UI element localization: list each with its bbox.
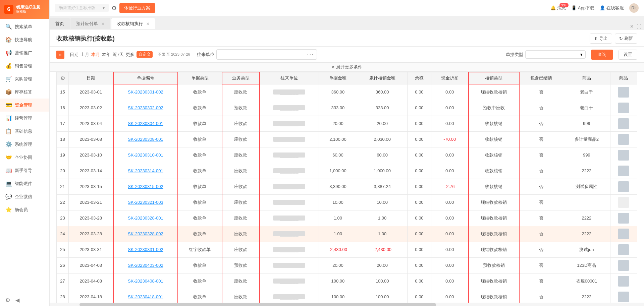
td-cancel-type: 现结收款核销 [469,210,519,226]
topbar-settings-icon[interactable]: ⚙ [111,4,117,12]
scrollbar-area[interactable] [50,303,644,306]
service-btn[interactable]: 👤 在线客服 [600,5,624,11]
doc-no-link[interactable]: SK-20230331-002 [128,247,163,252]
sidebar-item-hardware[interactable]: 💻 智能硬件 [0,177,49,190]
td-doc-no[interactable]: SK-20230321-003 [113,194,178,210]
gear-icon[interactable]: ⚙ [60,75,65,81]
doc-no-link[interactable]: SK-20230304-001 [128,121,163,126]
doc-no-link[interactable]: SK-20230310-001 [128,152,163,158]
this-year-link[interactable]: 本年 [102,52,111,58]
custom-btn[interactable]: 自定义 [137,51,153,58]
td-include-settled: 否 [519,179,563,194]
sidebar-item-inventory[interactable]: 📦 库存核算 [0,85,49,99]
tab-yingfu[interactable]: 预计应付单 ✕ [70,18,110,29]
sidebar-item-search[interactable]: 🔍 搜索菜单 [0,20,49,33]
last-month-link[interactable]: 上月 [80,52,89,58]
sidebar-item-enterprise[interactable]: 🤝 企业协同 [0,151,49,164]
this-month-link[interactable]: 本月 [91,52,100,58]
sidebar-item-wechat[interactable]: 💬 企业微信 [0,190,49,203]
tab-fullscreen-icon[interactable]: ⛶ [637,24,641,29]
notice-btn[interactable]: 🔔 消息 99+ [550,5,566,11]
tab-shoukuan[interactable]: 收款核销执行 ✕ [111,18,155,29]
td-doc-no[interactable]: SK-20230403-002 [113,257,178,273]
operation-icon: 📊 [5,115,12,121]
td-amount: 1,000.00 [319,163,357,179]
sidebar-item-member[interactable]: ⭐ 畅会员 [0,203,49,216]
partner-input-wrap[interactable]: ··· [216,49,317,60]
sidebar-item-sales[interactable]: 💰 销售管理 [0,59,49,72]
doctype-select[interactable]: ▾ [525,50,586,59]
footer-settings-icon[interactable]: ⚙ [5,297,10,303]
tab-bar: 首页 预计应付单 ✕ 收款核销执行 ✕ ✕ ⛶ [50,16,644,29]
doc-no-link[interactable]: SK-20230418-001 [128,294,163,299]
td-doc-no[interactable]: SK-20230328-002 [113,226,178,242]
doc-no-link[interactable]: SK-20230302-002 [128,105,163,110]
user-avatar[interactable]: Rit [629,3,639,13]
expand-more-conditions[interactable]: ∨ 展开更多条件 [50,63,644,72]
td-biz-type: 应收款 [222,163,260,179]
partner-input[interactable] [219,52,307,57]
home-icon: 🏠 [5,37,12,43]
sidebar-item-quick[interactable]: 🏠 快捷导航 [0,33,49,46]
sidebar-item-marketing[interactable]: 📢 营销推广 [0,46,49,59]
td-discount: 0.00 [431,257,468,273]
solution-btn[interactable]: 体验行业方案 [119,3,155,13]
refresh-btn[interactable]: ↻ 刷新 [615,34,637,44]
doc-no-link[interactable]: SK-20230321-003 [128,200,163,205]
td-discount: 0.00 [431,163,468,179]
tab-close-all-icon[interactable]: ✕ [630,24,634,29]
td-doc-no[interactable]: SK-20230331-002 [113,242,178,257]
query-btn[interactable]: 查询 [591,50,613,60]
td-partner: ██████ [260,273,319,289]
doc-no-link[interactable]: SK-20230328-001 [128,216,163,221]
td-doc-no[interactable]: SK-20230301-002 [113,84,178,100]
sidebar-item-operation[interactable]: 📊 经营管理 [0,112,49,125]
table-row: 212023-03-15SK-20230315-002收款单应收款██████3… [57,179,637,194]
brand-selector[interactable]: 畅康道好生意标推版 ▾ [55,4,109,12]
app-download-btn[interactable]: 📱 App下载 [571,5,594,11]
td-doc-no[interactable]: SK-20230304-001 [113,116,178,131]
tab-home[interactable]: 首页 [50,18,70,29]
td-doc-no[interactable]: SK-20230308-001 [113,131,178,147]
partner-dots-icon[interactable]: ··· [307,51,314,58]
tab-yingfu-close-icon[interactable]: ✕ [101,21,105,26]
export-btn[interactable]: ⬆ 导出 [590,34,612,44]
td-cancel-type: 现结收款核销 [469,273,519,289]
more-link[interactable]: 更多 [126,52,135,58]
td-product: 多计量商品2 [563,131,610,147]
doc-no-link[interactable]: SK-20230308-001 [128,137,163,142]
td-product-img [610,179,637,194]
doc-no-link[interactable]: SK-20230301-002 [128,89,163,95]
td-doc-no[interactable]: SK-20230418-001 [113,289,178,303]
td-doc-no[interactable]: SK-20230328-001 [113,210,178,226]
doc-no-link[interactable]: SK-20230314-001 [128,168,163,173]
filter-settings-btn[interactable]: 设置 [619,50,637,60]
td-doc-no[interactable]: SK-20230315-002 [113,179,178,194]
doc-no-link[interactable]: SK-20230403-002 [128,263,163,268]
th-gear[interactable]: ⚙ [57,72,69,84]
td-doc-no[interactable]: SK-20230310-001 [113,147,178,163]
td-partner: ██████ [260,242,319,257]
td-doc-type: 红字收款单 [178,242,222,257]
footer-collapse-icon[interactable]: ◀ [15,297,19,303]
td-doc-no[interactable]: SK-20230314-001 [113,163,178,179]
last7-link[interactable]: 近7天 [113,52,124,58]
doc-no-link[interactable]: SK-20230315-002 [128,184,163,189]
sidebar-item-system[interactable]: ⚙️ 系统管理 [0,138,49,151]
dropdown-arrow-icon: ▾ [103,6,105,10]
brand-sub: 标推版 [16,9,40,14]
sidebar-item-guide[interactable]: 📖 新手引导 [0,164,49,177]
doc-no-link[interactable]: SK-20230328-002 [128,231,163,236]
page-header: 收款核销执行(按收款) ⬆ 导出 ↻ 刷新 [50,29,644,46]
td-doc-no[interactable]: SK-20230408-001 [113,273,178,289]
td-discount: 0.00 [431,84,468,100]
table-row: 282023-04-18SK-20230418-001收款单应收款██████1… [57,289,637,303]
table-wrap[interactable]: ⚙ 日期 单据编号 单据类型 业务类型 往来单位 单据金额 累计核销金额 余额 … [50,72,644,303]
doc-no-link[interactable]: SK-20230408-001 [128,279,163,284]
sidebar-item-purchase[interactable]: 🛒 采购管理 [0,72,49,85]
filter-expand-btn[interactable]: » [56,51,64,59]
sidebar-item-finance[interactable]: 💳 资金管理 [0,99,49,112]
td-doc-no[interactable]: SK-20230302-002 [113,100,178,116]
tab-shoukuan-close-icon[interactable]: ✕ [146,21,150,26]
sidebar-item-basic[interactable]: 📋 基础信息 [0,125,49,138]
